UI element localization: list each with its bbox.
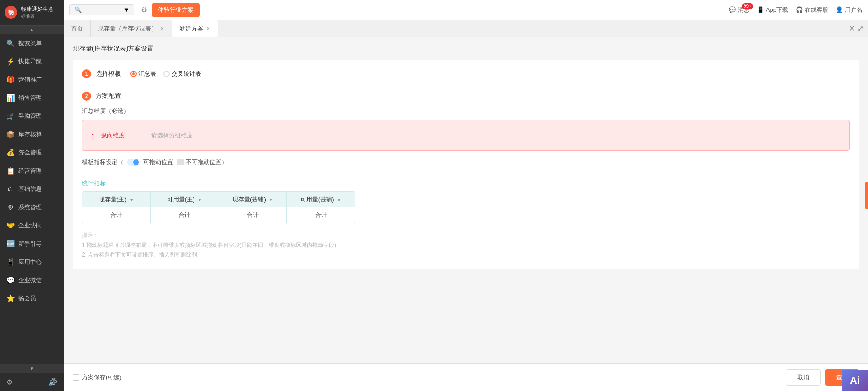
new-guide-icon: 🆕 [6,240,15,248]
step1-divider [82,85,850,85]
save-checkbox[interactable] [73,374,79,381]
enterprise-icon: 🤝 [6,221,15,230]
message-icon: 💬 [729,6,736,13]
sidebar-item-label: 资金管理 [18,149,42,157]
inventory-icon: 📦 [6,130,15,139]
can-drag-label: 可拖动位置 [143,158,173,166]
sidebar-item-label: 快捷导航 [18,57,42,66]
sidebar-item-wechat[interactable]: 💬 企业微信 [0,271,64,289]
app-download-icon: 📱 [757,6,764,13]
step2-number: 2 [82,92,91,101]
stats-table: 现存量(主) ▼ 可用量(主) ▼ 现存量(基辅) ▼ 可用量(基辅) ▼ [82,191,355,223]
stats-col-0-chevron[interactable]: ▼ [129,197,134,202]
right-scroll-indicator [865,182,868,209]
sidebar-item-label: 采购管理 [18,112,42,120]
template-indicator-label: 模板指标设定（ [82,158,123,166]
search-menu-icon: 🔍 [6,39,15,47]
ai-badge[interactable]: Ai [842,370,868,391]
stats-col-1-chevron[interactable]: ▼ [198,197,202,202]
tab-home[interactable]: 首页 [64,20,91,37]
tab-inventory-status-close[interactable]: ✕ [160,26,164,32]
sidebar-item-label: 系统管理 [18,203,42,211]
step2-label: 方案配置 [96,92,121,100]
search-input[interactable] [84,7,121,13]
sidebar-item-label: 畅会员 [18,294,36,303]
sidebar-item-sales[interactable]: 📊 销售管理 [0,89,64,107]
settings-panel: 1 选择模板 汇总表 交叉统计表 2 方案配置 [73,60,859,269]
radio-summary[interactable]: 汇总表 [130,70,156,78]
can-drag-badge [127,159,140,166]
trial-industry-button[interactable]: 体验行业方案 [152,3,200,17]
stats-col-2: 现存量(基辅) ▼ [219,192,287,207]
stats-table-body: 合计 合计 合计 合计 [82,207,355,223]
sidebar-item-enterprise[interactable]: 🤝 企业协同 [0,216,64,235]
cannot-drag-group: 不可拖动位置） [177,158,227,166]
step1-row: 1 选择模板 汇总表 交叉统计表 [82,69,850,78]
summary-dimension-label: 汇总维度（必选） [82,107,850,115]
sidebar-item-operations[interactable]: 📋 经营管理 [0,162,64,180]
sidebar-item-label: 销售管理 [18,94,42,102]
tab-expand-button[interactable]: ⤢ [858,24,863,33]
marketing-icon: 🎁 [6,76,15,84]
membership-icon: ⭐ [6,294,15,303]
radio-cross[interactable]: 交叉统计表 [163,70,201,78]
tab-new-plan-close[interactable]: ✕ [206,26,210,32]
sidebar-item-inventory[interactable]: 📦 库存核算 [0,125,64,144]
message-count-badge: 99+ [742,3,753,9]
main-area: 🔍 ▼ ⚙ 体验行业方案 💬 消息 99+ 📱 App下载 🎧 在线客服 👤 用… [64,0,868,391]
settings-icon[interactable]: ⚙ [6,378,13,386]
content-area: 现存量(库存状况表)方案设置 1 选择模板 汇总表 交叉统计表 [64,37,868,363]
dimension-placeholder: 请选择分组维度 [151,131,193,139]
stats-cell-3: 合计 [287,207,355,223]
sound-icon[interactable]: 🔊 [48,378,57,386]
sidebar-item-membership[interactable]: ⭐ 畅会员 [0,289,64,308]
sidebar-item-label: 经营管理 [18,167,42,175]
sidebar-item-app-center[interactable]: 📱 应用中心 [0,253,64,271]
stats-col-1: 可用量(主) ▼ [151,192,219,207]
radio-cross-circle [163,71,170,77]
app-download-button[interactable]: 📱 App下载 [757,6,788,14]
online-service-button[interactable]: 🎧 在线客服 [796,6,828,14]
dimension-box: * 纵向维度 —— 请选择分组维度 [82,120,850,151]
sidebar-item-label: 基础信息 [18,185,42,193]
sidebar-item-label: 企业协同 [18,221,42,230]
sidebar-item-quick-nav[interactable]: ⚡ 快捷导航 [0,52,64,71]
no-drag-icon [177,159,184,165]
sales-icon: 📊 [6,94,15,102]
sidebar-scroll-up[interactable]: ▲ [0,26,64,34]
search-icon: 🔍 [74,6,82,13]
sidebar-item-system[interactable]: ⚙ 系统管理 [0,198,64,216]
tabbar-actions: ✕ ⤢ [849,24,868,33]
stats-cell-0: 合计 [82,207,151,223]
sidebar-item-marketing[interactable]: 🎁 营销推广 [0,71,64,89]
indicator-divider [82,173,850,173]
sidebar-item-search-menu[interactable]: 🔍 搜索菜单 [0,34,64,52]
message-button[interactable]: 💬 消息 99+ [729,6,750,14]
sidebar-item-purchase[interactable]: 🛒 采购管理 [0,107,64,125]
headset-icon: 🎧 [796,6,803,13]
search-dropdown-icon[interactable]: ▼ [123,6,129,13]
sidebar-item-basic-info[interactable]: 🗂 基础信息 [0,180,64,198]
topbar-search-box[interactable]: 🔍 ▼ [69,4,134,15]
sidebar-logo: 畅 畅康通好生意 标准版 [0,0,64,26]
sidebar-footer: ⚙ 🔊 [0,373,64,391]
save-option-label: 方案保存(可选) [82,373,122,381]
tab-inventory-status[interactable]: 现存量（库存状况表） ✕ [91,20,172,37]
sidebar-item-finance[interactable]: 💰 资金管理 [0,144,64,162]
sidebar-scroll-down[interactable]: ▼ [0,364,64,373]
app-version: 标准版 [21,13,54,20]
stats-table-header: 现存量(主) ▼ 可用量(主) ▼ 现存量(基辅) ▼ 可用量(基辅) ▼ [82,192,355,207]
sidebar-item-new-guide[interactable]: 🆕 新手引导 [0,235,64,253]
stats-col-3-chevron[interactable]: ▼ [337,197,342,202]
stats-col-3: 可用量(基辅) ▼ [287,192,355,207]
indicator-settings-row: 模板指标设定（ 可拖动位置 不可拖动位置） [82,158,850,166]
topbar-gear-icon[interactable]: ⚙ [141,5,147,14]
cancel-button[interactable]: 取消 [786,369,821,386]
stats-col-2-chevron[interactable]: ▼ [269,197,273,202]
user-profile-button[interactable]: 👤 用户名 [836,6,863,14]
quick-nav-icon: ⚡ [6,57,15,66]
save-option: 方案保存(可选) [73,373,122,381]
tab-close-button[interactable]: ✕ [849,24,855,33]
radio-summary-circle [130,71,137,77]
tab-new-plan[interactable]: 新建方案 ✕ [172,20,218,37]
